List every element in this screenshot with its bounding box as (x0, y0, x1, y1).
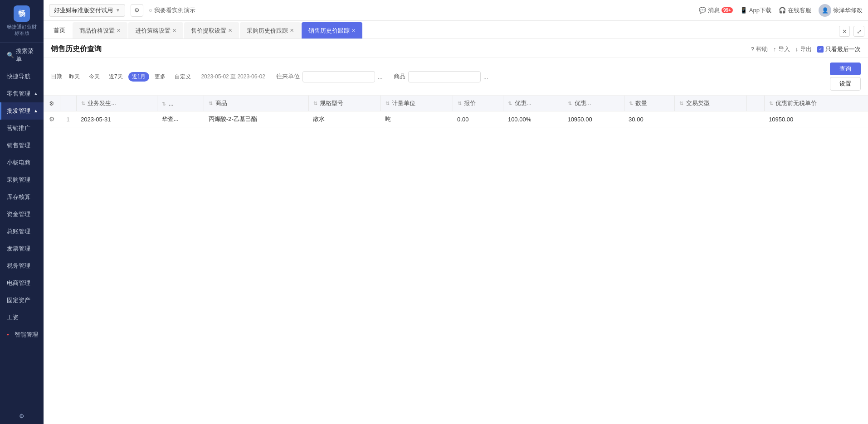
message-button[interactable]: 💬 消息 99+ (699, 6, 733, 14)
plan-selector[interactable]: 好业财标准版交付试用 ▼ (49, 4, 125, 17)
app-icon: 📱 (740, 7, 747, 14)
sort-icon: ⇅ (313, 101, 317, 106)
date-opt-today[interactable]: 今天 (85, 72, 103, 82)
only-last-checkbox[interactable] (817, 46, 824, 53)
sidebar-item-tax[interactable]: 税务管理 (0, 257, 44, 275)
query-buttons: 查询 设置 (830, 63, 861, 91)
cell-spacer (747, 111, 764, 127)
sidebar-item-invoice[interactable]: 发票管理 (0, 240, 44, 257)
sidebar-item-marketing[interactable]: 营销推广 (0, 120, 44, 137)
sort-icon: ⇅ (162, 101, 166, 106)
topbar-right: 💬 消息 99+ 📱 App下载 🎧 在线客服 👤 徐泽华修改 (699, 4, 863, 17)
help-link[interactable]: ? 帮助 (751, 45, 768, 53)
message-icon: 💬 (699, 7, 706, 14)
date-opt-more[interactable]: 更多 (151, 72, 169, 82)
tab-bar: 首页 商品价格设置 ✕ 进价策略设置 ✕ 售价提取设置 ✕ 采购历史价跟踪 ✕ … (44, 21, 868, 39)
tab-purchase-strategy[interactable]: 进价策略设置 ✕ (128, 22, 183, 39)
sort-icon: ⇅ (769, 101, 773, 106)
goods-input[interactable] (408, 71, 481, 82)
table-gear-icon: ⚙ (49, 100, 54, 107)
tab-close-all-button[interactable]: ✕ (839, 26, 850, 37)
goods-picker-button[interactable]: ... (483, 73, 488, 80)
tab-close-sale-extract[interactable]: ✕ (228, 28, 232, 34)
col-spec[interactable]: ⇅ 规格型号 (308, 96, 380, 111)
date-opt-last7[interactable]: 近7天 (105, 72, 127, 82)
sidebar-search[interactable]: 🔍 搜索菜单 (0, 43, 44, 68)
tab-expand-button[interactable]: ⤢ (853, 26, 864, 37)
cell-pretax-price: 10950.00 (764, 111, 868, 127)
only-last-checkbox-label[interactable]: 只看最后一次 (817, 45, 861, 53)
data-table: ⚙ ⇅ 业务发生... ⇅ ... ⇅ 商品 (44, 96, 868, 127)
sidebar-item-sales[interactable]: 销售管理 (0, 137, 44, 154)
table-row: ⚙ 1 2023-05-31 华查... 丙烯酸-2-乙基己酯 散水 吨 0.0… (44, 111, 868, 127)
table-header-row: ⚙ ⇅ 业务发生... ⇅ ... ⇅ 商品 (44, 96, 868, 111)
tab-sale-extract[interactable]: 售价提取设置 ✕ (184, 22, 239, 39)
supplier-picker-button[interactable]: ... (378, 73, 383, 80)
sidebar-item-finance[interactable]: 资金管理 (0, 206, 44, 223)
date-opt-custom[interactable]: 自定义 (171, 72, 195, 82)
sidebar-item-wholesale[interactable]: 批发管理 ▲ (0, 102, 44, 120)
sidebar-item-retail[interactable]: 零售管理 ▲ (0, 85, 44, 102)
tab-close-purchase-strategy[interactable]: ✕ (172, 28, 176, 34)
col-price[interactable]: ⇅ 报价 (453, 96, 503, 111)
supplier-input[interactable] (302, 71, 375, 82)
sidebar-item-assets[interactable]: 固定资产 (0, 292, 44, 309)
demo-link[interactable]: ○ 我要看实例演示 (149, 6, 195, 14)
sidebar-item-ecommerce-small[interactable]: 小畅电商 (0, 154, 44, 171)
tab-sales-history[interactable]: 销售历史价跟踪 ✕ (302, 22, 362, 39)
goods-label: 商品 (394, 72, 405, 81)
sidebar-item-payroll[interactable]: 工资 (0, 309, 44, 326)
tab-close-purchase-history[interactable]: ✕ (290, 28, 294, 34)
export-link[interactable]: ↓ 导出 (795, 45, 812, 53)
message-badge: 99+ (722, 7, 733, 13)
row-gear-icon[interactable]: ⚙ (49, 116, 55, 123)
tab-price[interactable]: 商品价格设置 ✕ (73, 22, 127, 39)
sidebar-item-inventory[interactable]: 库存核算 (0, 188, 44, 206)
sort-icon: ⇅ (568, 101, 572, 106)
supplier-filter-group: 往来单位 ... (276, 71, 383, 82)
sidebar-item-purchase[interactable]: 采购管理 (0, 171, 44, 188)
col-biz-date[interactable]: ⇅ 业务发生... (76, 96, 157, 111)
sidebar-nav[interactable]: 快捷导航 (0, 68, 44, 85)
user-profile-button[interactable]: 👤 徐泽华修改 (819, 4, 863, 17)
col-pretax-price[interactable]: ⇅ 优惠前无税单价 (764, 96, 868, 111)
tab-actions: ✕ ⤢ (839, 26, 864, 39)
col-goods[interactable]: ⇅ 商品 (204, 96, 308, 111)
sidebar-logo: 畅 畅捷通好业财 标准版 (0, 0, 44, 43)
sidebar-item-smart[interactable]: 智能管理 (0, 326, 44, 343)
cell-qty: 30.00 (624, 111, 675, 127)
settings-button[interactable]: 设置 (830, 77, 861, 91)
page-actions: ? 帮助 ↑ 导入 ↓ 导出 只看最后一次 (751, 45, 861, 53)
cell-gear[interactable]: ⚙ (44, 111, 60, 127)
app-download-button[interactable]: 📱 App下载 (740, 6, 771, 14)
col-qty[interactable]: ⇅ 数量 (624, 96, 675, 111)
sidebar-item-ledger[interactable]: 总账管理 (0, 223, 44, 240)
sidebar-settings-button[interactable]: ⚙ (0, 408, 44, 424)
date-opt-yesterday[interactable]: 昨天 (65, 72, 83, 82)
col-more[interactable]: ⇅ ... (157, 96, 204, 111)
dropdown-arrow-icon: ▼ (116, 8, 120, 13)
cell-discount1: 100.00% (503, 111, 563, 127)
col-unit[interactable]: ⇅ 计量单位 (380, 96, 453, 111)
headset-icon: 🎧 (779, 7, 786, 14)
col-gear[interactable]: ⚙ (44, 96, 60, 111)
col-discount2[interactable]: ⇅ 优惠... (563, 96, 624, 111)
col-discount1[interactable]: ⇅ 优惠... (503, 96, 563, 111)
gear-button[interactable]: ⚙ (131, 4, 143, 17)
tab-close-price[interactable]: ✕ (117, 28, 121, 34)
tab-close-sales-history[interactable]: ✕ (351, 28, 356, 34)
tab-home[interactable]: 首页 (47, 22, 72, 39)
supplier-label: 往来单位 (276, 72, 300, 81)
tab-purchase-history[interactable]: 采购历史价跟踪 ✕ (240, 22, 301, 39)
date-filter-group: 日期 昨天 今天 近7天 近1月 更多 自定义 2023-05-02 至 202… (51, 72, 265, 82)
date-range-display: 2023-05-02 至 2023-06-02 (201, 73, 265, 81)
query-button[interactable]: 查询 (830, 63, 861, 75)
import-link[interactable]: ↑ 导入 (773, 45, 790, 53)
sidebar: 畅 畅捷通好业财 标准版 🔍 搜索菜单 快捷导航 零售管理 ▲ 批发管理 ▲ 营… (0, 0, 44, 424)
col-trans-type[interactable]: ⇅ 交易类型 (675, 96, 747, 111)
date-options: 昨天 今天 近7天 近1月 更多 自定义 (65, 72, 195, 82)
sidebar-item-ecommerce[interactable]: 电商管理 (0, 275, 44, 292)
date-opt-last1month[interactable]: 近1月 (128, 72, 150, 82)
online-service-button[interactable]: 🎧 在线客服 (779, 6, 811, 14)
help-icon: ? (751, 46, 754, 53)
